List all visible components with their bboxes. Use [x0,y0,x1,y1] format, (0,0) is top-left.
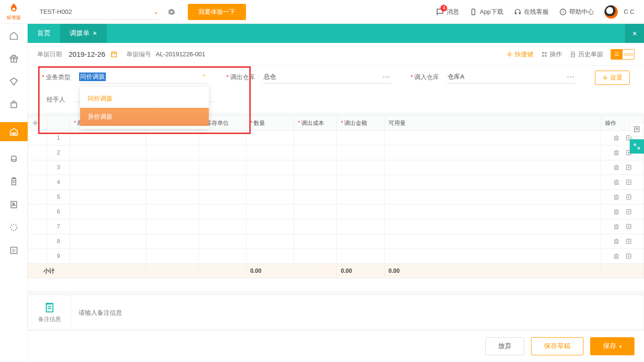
table-settings-icon[interactable] [28,116,47,131]
col-amount: *调出金额 [337,116,385,131]
add-row-icon[interactable] [625,208,632,215]
help-center-link[interactable]: ? 帮助中心 [559,8,594,16]
rail-warehouse-icon[interactable] [0,122,28,141]
remarks-input[interactable] [71,295,644,330]
flame-icon [8,2,20,14]
doc-no-label: 单据编号 [126,50,151,59]
form-panel: 单据日期 2019-12-26 单据编号 AL-20191226-001 快捷键… [28,43,644,113]
shortcut-link[interactable]: 快捷键 [506,50,533,59]
out-warehouse-field[interactable]: *调出仓库 总仓••• [226,71,392,83]
table-row[interactable]: 6 [28,205,644,219]
add-row-icon[interactable] [625,223,632,230]
logo[interactable]: 标准版 [0,2,28,21]
gear-icon [602,75,608,81]
delete-icon[interactable] [613,179,620,186]
save-button[interactable]: 保存 ▾ [590,337,634,355]
add-row-icon[interactable] [625,179,632,186]
table-row[interactable]: 5 [28,190,644,205]
question-icon: ? [559,8,567,16]
rail-diamond-icon[interactable] [9,76,19,87]
date-label: 单据日期 [37,50,62,59]
store-selector[interactable]: TEST-H002 ⌄ [40,4,159,20]
biztype-option-same[interactable]: 同价调拨 [80,90,209,108]
delete-icon[interactable] [613,164,620,171]
view-mode-toggle[interactable]: ☰ ▭▭ [611,49,634,60]
table-row[interactable]: 4 [28,175,644,190]
more-icon[interactable]: ••• [383,73,391,81]
biztype-field[interactable]: *业务类型 同价调拨 ⌃ 同价调拨 异价调拨 [42,71,207,83]
rail-contact-icon[interactable] [9,199,19,210]
svg-rect-1 [472,9,475,15]
close-icon[interactable]: ✕ [92,30,97,37]
subtotal-row: 小计 0.00 0.00 0.00 [28,264,644,279]
discard-button[interactable]: 放弃 [485,337,524,355]
tab-bar: 首页 调拨单 ✕ ✕ [28,24,644,43]
remarks-panel: 备注信息 [28,295,644,330]
app-download-link[interactable]: App下载 [470,8,503,16]
rail-clipboard-icon[interactable] [9,176,19,187]
col-available: 可用量 [385,116,601,131]
biztype-value: 同价调拨 [79,72,106,81]
delete-icon[interactable] [613,134,620,141]
doc-no-value: AL-20191226-001 [156,51,205,58]
add-row-icon[interactable] [625,238,632,245]
history-link[interactable]: 历史单据 [570,50,603,59]
add-row-icon[interactable] [625,164,632,171]
calendar-icon[interactable] [110,51,118,58]
delete-icon[interactable] [613,238,620,245]
delete-icon[interactable] [613,253,620,259]
tab-home[interactable]: 首页 [28,24,60,43]
save-draft-button[interactable]: 保存草稿 [531,337,583,355]
settings-button[interactable]: 设置 [595,71,630,85]
document-info-row: 单据日期 2019-12-26 单据编号 AL-20191226-001 快捷键… [28,43,644,66]
table-row[interactable]: 8 [28,234,644,249]
rail-money-icon[interactable] [9,154,19,164]
col-cost: *调出成本 [294,116,337,131]
table-row[interactable]: 2 [28,145,644,160]
delete-icon[interactable] [613,194,620,200]
delete-icon[interactable] [613,149,620,156]
biztype-option-diff[interactable]: 异价调拨 [80,108,209,126]
message-badge: 4 [440,5,447,11]
float-expand-icon[interactable] [630,139,644,154]
grid-icon [541,51,548,58]
col-qty: *数量 [246,116,294,131]
logo-label: 标准版 [7,14,21,21]
rail-new-icon[interactable]: 新 [9,245,19,256]
top-header: 标准版 TEST-H002 ⌄ 我要体验一下 消息 4 App下载 在线客服 ?… [0,0,644,24]
list-view-icon[interactable]: ☰ [611,50,623,59]
items-table: *商品扫码录入 规格型号 *库存单位 *数量 *调出成本 *调出金额 可用量 操… [28,115,644,279]
messages-link[interactable]: 消息 4 [436,8,459,16]
svg-point-8 [509,53,511,55]
more-icon[interactable]: ••• [567,73,575,81]
trial-button[interactable]: 我要体验一下 [188,4,246,20]
settings-gear-icon[interactable] [167,8,176,16]
svg-point-9 [604,77,606,78]
table-row[interactable]: 1 [28,131,644,145]
rail-bag-icon[interactable] [9,99,19,110]
delete-icon[interactable] [613,208,620,215]
svg-text:?: ? [562,10,564,14]
add-row-icon[interactable] [625,253,632,259]
user-menu[interactable]: C C [604,5,634,19]
date-value[interactable]: 2019-12-26 [69,50,105,58]
table-row[interactable]: 3 [28,160,644,175]
card-view-icon[interactable]: ▭▭ [623,50,634,59]
gear-icon [506,51,513,58]
svg-rect-7 [111,52,116,57]
table-row[interactable]: 9 [28,249,644,264]
rail-home-icon[interactable] [9,31,19,41]
headset-icon [514,8,521,16]
online-service-link[interactable]: 在线客服 [514,8,549,16]
add-row-icon[interactable] [625,194,632,200]
close-all-tabs[interactable]: ✕ [625,24,644,43]
in-warehouse-field[interactable]: *调入仓库 仓库A••• [410,71,576,83]
float-note-icon[interactable] [630,122,644,136]
rail-dashed-icon[interactable] [9,222,19,233]
chevron-up-icon[interactable]: ⌃ [201,73,206,81]
operate-link[interactable]: 操作 [541,50,562,59]
table-row[interactable]: 7 [28,219,644,234]
delete-icon[interactable] [613,223,620,230]
tab-transfer-order[interactable]: 调拨单 ✕ [60,24,107,43]
rail-gift-icon[interactable] [9,53,19,64]
